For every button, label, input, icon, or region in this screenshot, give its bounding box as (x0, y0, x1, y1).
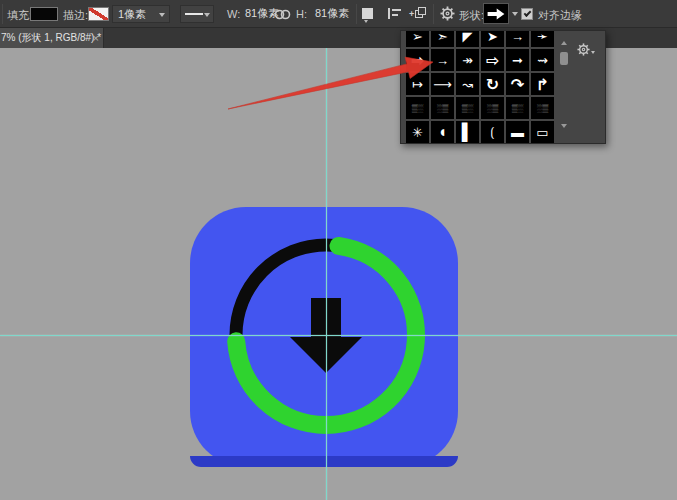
stroke-width-value: 1像素 (118, 8, 146, 20)
chevron-down-icon (204, 13, 210, 17)
shape-thumbnail[interactable]: ▬ (506, 121, 529, 143)
path-arrangement-icon[interactable]: + (412, 7, 426, 20)
toolbar-separator (433, 4, 434, 24)
options-toolbar: 填充: 描边: 1像素 W: 81像素 H: 81像素 + (0, 0, 677, 28)
path-operations-icon[interactable] (362, 8, 373, 19)
shape-thumbnail[interactable]: ⟶ (431, 73, 454, 95)
horizontal-guide[interactable] (0, 335, 677, 336)
height-input[interactable]: 81像素 (310, 5, 349, 23)
shape-thumbnail[interactable]: ✳ (406, 121, 429, 143)
shape-thumbnail[interactable]: ◖ (431, 121, 454, 143)
shape-thumbnail[interactable]: ↻ (481, 73, 504, 95)
toolbar-separator (356, 4, 357, 24)
shape-thumbnail[interactable]: ↠ (456, 49, 479, 71)
shape-preview-dropdown[interactable] (483, 3, 509, 24)
height-value: 81像素 (315, 7, 349, 19)
scroll-up-icon[interactable] (561, 41, 567, 45)
fill-label: 填充: (7, 8, 32, 23)
scrollbar-thumb[interactable] (560, 52, 568, 65)
stroke-style-dropdown[interactable] (180, 5, 214, 23)
shape-thumbnail[interactable]: ⟮ (481, 121, 504, 143)
close-icon[interactable]: × (93, 28, 99, 48)
width-label: W: (227, 8, 240, 20)
shape-thumbnail[interactable]: ⇝ (531, 49, 554, 71)
shape-thumbnail[interactable]: ⇨ (481, 49, 504, 71)
stroke-label: 描边: (63, 8, 88, 23)
shape-thumbnail[interactable]: ↱ (531, 73, 554, 95)
shape-thumbnail[interactable]: ➢ (406, 30, 429, 47)
shape-picker-panel: ➢ ➣ ◤ ➤ → ➛ ➡ → ↠ ⇨ ➞ ⇝ ↦ ⟶ ↝ ↻ ↷ ↱ ▒░ ░… (400, 30, 606, 144)
solid-line-icon (185, 13, 203, 15)
chevron-down-icon[interactable] (512, 12, 518, 16)
progress-ring-and-arrow (190, 207, 458, 467)
gear-icon[interactable] (440, 6, 455, 21)
document-tab[interactable]: 7% (形状 1, RGB/8#) * × (0, 28, 104, 48)
download-app-icon-artwork (190, 207, 458, 467)
height-label: H: (296, 8, 307, 20)
shape-thumbnail-texture[interactable]: ░▒ (531, 97, 554, 119)
stroke-width-dropdown[interactable]: 1像素 (112, 5, 170, 23)
shape-thumbnail[interactable]: ➣ (431, 30, 454, 47)
shape-thumbnail-texture[interactable]: ░▒ (431, 97, 454, 119)
shape-thumbnail-texture[interactable]: ▒░ (506, 97, 529, 119)
shape-thumbnail[interactable]: → (506, 30, 529, 47)
align-edges-checkbox[interactable] (521, 8, 533, 20)
shape-thumbnail[interactable]: ➛ (531, 30, 554, 47)
photoshop-window: 填充: 描边: 1像素 W: 81像素 H: 81像素 + (0, 0, 677, 500)
path-alignment-icon[interactable] (388, 8, 401, 19)
shape-thumbnail[interactable]: ◤ (456, 30, 479, 47)
vertical-guide[interactable] (326, 48, 327, 500)
shape-thumbnail[interactable]: ▭ (531, 121, 554, 143)
chevron-down-icon (159, 13, 165, 17)
toolbar-separator (2, 4, 3, 24)
fill-color-swatch[interactable] (30, 7, 58, 21)
check-icon (524, 9, 532, 17)
scroll-down-icon[interactable] (561, 124, 567, 128)
shape-thumbnail-texture[interactable]: ░▒ (481, 97, 504, 119)
chevron-down-icon (591, 51, 595, 54)
shape-thumbnail[interactable]: ↝ (456, 73, 479, 95)
shape-grid: ➢ ➣ ◤ ➤ → ➛ ➡ → ↠ ⇨ ➞ ⇝ ↦ ⟶ ↝ ↻ ↷ ↱ ▒░ ░… (406, 30, 554, 143)
shape-thumbnail[interactable]: ▌ (456, 121, 479, 143)
link-dimensions-icon[interactable] (274, 9, 291, 20)
panel-scrollbar[interactable] (558, 31, 570, 144)
shape-thumbnail[interactable]: ➤ (481, 30, 504, 47)
shape-thumbnail-bold-arrow[interactable]: ➡ (406, 49, 429, 71)
panel-menu-button[interactable] (577, 42, 590, 60)
gear-icon (577, 43, 590, 56)
shape-thumbnail[interactable]: ↦ (406, 73, 429, 95)
shape-thumbnail-texture[interactable]: ▒░ (456, 97, 479, 119)
shape-thumbnail[interactable]: ↷ (506, 73, 529, 95)
shape-thumbnail[interactable]: → (431, 49, 454, 71)
shape-thumbnail[interactable]: ➞ (506, 49, 529, 71)
shape-label: 形状: (459, 8, 484, 23)
stroke-color-swatch[interactable] (88, 7, 109, 21)
bold-arrow-icon (486, 7, 506, 21)
align-edges-label: 对齐边缘 (538, 8, 582, 23)
document-title: 7% (形状 1, RGB/8#) * (1, 28, 101, 48)
shape-thumbnail-texture[interactable]: ▒░ (406, 97, 429, 119)
